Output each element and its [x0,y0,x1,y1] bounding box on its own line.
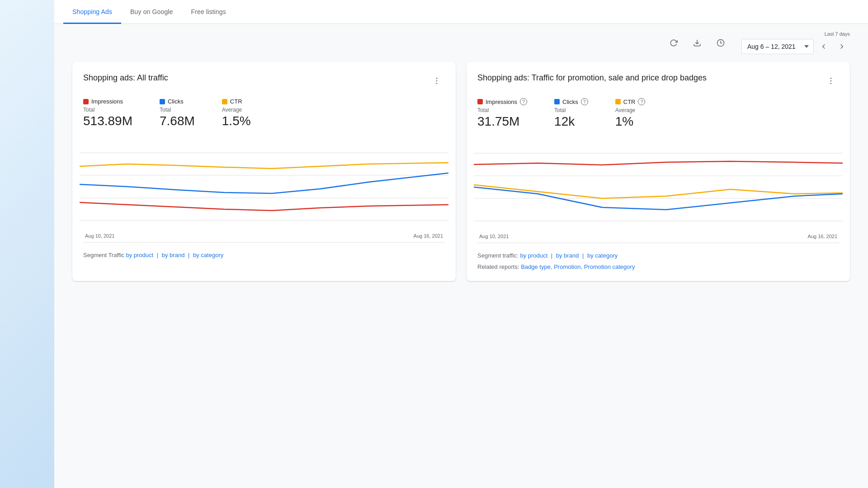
date-range-label: Last 7 days [825,31,850,37]
impressions-sub-1: Total [83,107,132,113]
tab-free-listings[interactable]: Free listings [182,0,235,24]
toolbar: Last 7 days Aug 6 – 12, 2021 [54,24,868,62]
chart-1 [80,139,448,230]
chart-end-date-1: Aug 16, 2021 [414,233,443,239]
toolbar-icons [665,35,729,51]
svg-point-11 [830,83,832,84]
segment-traffic-label-2: Segment traffic: [477,252,519,259]
metric-ctr-1: CTR Average 1.5% [222,98,251,128]
divider-2 [477,243,839,243]
card-header-1: Shopping ads: All traffic [83,73,445,89]
chart-start-date-2: Aug 10, 2021 [479,234,509,239]
metric-impressions-2: Impressions ? Total 31.75M [477,98,527,129]
related-promotion[interactable]: Promotion [554,263,580,270]
impressions-sub-2: Total [477,107,527,113]
date-prev-button[interactable] [816,38,832,55]
segment-traffic-label-1: Segment Traffic [83,252,124,258]
refresh-button[interactable] [665,35,682,51]
ctr-info-icon-2[interactable]: ? [638,98,645,105]
segment-traffic-1: Segment Traffic by product | by brand | … [83,252,445,258]
segment-by-product-2[interactable]: by product [520,252,547,259]
impressions-value-2: 31.75M [477,114,527,129]
clicks-value-2: 12k [554,114,588,129]
svg-point-9 [830,78,832,79]
card-all-traffic: Shopping ads: All traffic Impressions [72,62,456,281]
date-range-select[interactable]: Aug 6 – 12, 2021 [741,39,814,54]
segment-traffic-2: Segment traffic: by product | by brand |… [477,252,839,259]
ctr-label-2: CTR [623,99,636,105]
chart-end-date-2: Aug 16, 2021 [808,234,837,239]
chart-2 [474,140,843,230]
related-promotion-category[interactable]: Promotion category [584,263,635,270]
ctr-value-1: 1.5% [222,114,251,128]
cards-grid: Shopping ads: All traffic Impressions [54,62,868,299]
svg-point-4 [436,83,438,84]
tab-shopping-ads[interactable]: Shopping Ads [63,0,121,24]
segment-by-category-2[interactable]: by category [587,252,618,259]
card-menu-button-1[interactable] [429,73,445,89]
divider-1 [83,242,445,243]
metrics-row-2: Impressions ? Total 31.75M Clicks ? Tota… [477,98,839,129]
clicks-value-1: 7.68M [160,114,195,128]
segment-by-brand-1[interactable]: by brand [162,252,185,258]
card-title-2: Shopping ads: Traffic for promotion, sal… [477,73,707,83]
ctr-sub-1: Average [222,107,251,113]
clicks-color-2 [554,99,560,104]
related-reports: Related reports: Badge type, Promotion, … [477,263,839,270]
date-range-controls: Aug 6 – 12, 2021 [741,38,850,55]
clicks-info-icon-2[interactable]: ? [581,98,588,105]
impressions-label-2: Impressions [486,99,517,105]
ctr-label-1: CTR [230,98,242,105]
ctr-sub-2: Average [615,107,646,113]
clicks-sub-2: Total [554,107,588,113]
metrics-row-1: Impressions Total 513.89M Clicks Total 7… [83,98,445,128]
tab-buy-on-google[interactable]: Buy on Google [121,0,182,24]
clicks-label-2: Clicks [562,99,578,105]
chart-dates-1: Aug 10, 2021 Aug 16, 2021 [83,233,445,239]
clicks-sub-1: Total [160,107,195,113]
ctr-color-1 [222,99,227,104]
metric-clicks-1: Clicks Total 7.68M [160,98,195,128]
history-button[interactable] [712,35,729,51]
impressions-color-1 [83,99,89,104]
related-badge-type[interactable]: Badge type [521,263,551,270]
tab-bar: Shopping Ads Buy on Google Free listings [54,0,868,24]
ctr-color-2 [615,99,621,104]
card-menu-button-2[interactable] [823,73,839,89]
metric-ctr-2: CTR ? Average 1% [615,98,646,129]
svg-point-10 [830,80,832,82]
clicks-color-1 [160,99,165,104]
segment-by-category-1[interactable]: by category [193,252,223,258]
impressions-label-1: Impressions [91,98,123,105]
impressions-value-1: 513.89M [83,114,132,128]
metric-clicks-2: Clicks ? Total 12k [554,98,588,129]
card-promotion-traffic: Shopping ads: Traffic for promotion, sal… [467,62,850,281]
ctr-value-2: 1% [615,114,646,129]
chart-dates-2: Aug 10, 2021 Aug 16, 2021 [477,234,839,239]
impressions-info-icon-2[interactable]: ? [520,98,527,105]
segment-by-brand-2[interactable]: by brand [556,252,579,259]
download-button[interactable] [689,35,705,51]
date-range-container: Last 7 days Aug 6 – 12, 2021 [741,31,850,55]
svg-point-3 [436,80,438,82]
date-next-button[interactable] [834,38,850,55]
clicks-label-1: Clicks [168,98,184,105]
chart-start-date-1: Aug 10, 2021 [85,233,114,239]
card-header-2: Shopping ads: Traffic for promotion, sal… [477,73,839,89]
related-reports-label: Related reports: [477,263,519,270]
impressions-color-2 [477,99,483,104]
svg-point-2 [436,78,438,79]
card-title-1: Shopping ads: All traffic [83,73,168,83]
segment-by-product-1[interactable]: by product [126,252,153,258]
metric-impressions-1: Impressions Total 513.89M [83,98,132,128]
